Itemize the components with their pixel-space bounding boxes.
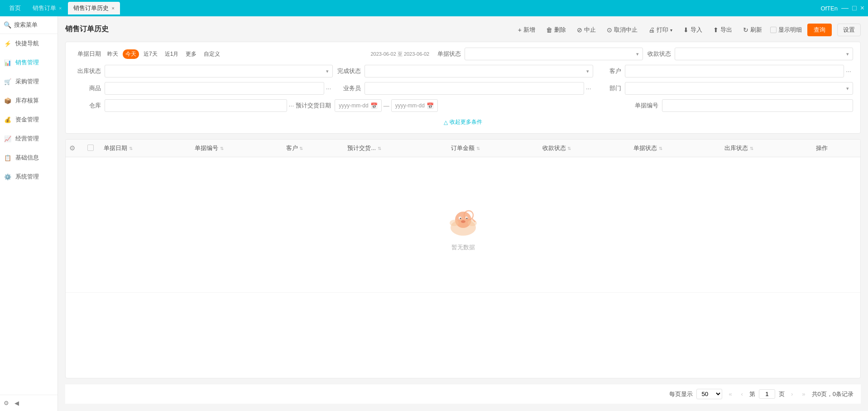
tab-sales-order-history[interactable]: 销售订单历史 × <box>68 2 120 15</box>
filter-row-2: 出库状态 ▾ 完成状态 ▾ 客户 ··· <box>73 65 853 77</box>
delivery-date-label: 预计交货日期 <box>296 102 335 110</box>
date-custom[interactable]: 自定义 <box>201 49 223 59</box>
th-receipt-sort[interactable]: ⇅ <box>567 146 571 151</box>
sidebar-item-basic-info[interactable]: 📋 基础信息 <box>0 148 58 167</box>
customer-input[interactable] <box>625 65 844 77</box>
page-input[interactable] <box>759 389 775 399</box>
th-outbound-sort[interactable]: ⇅ <box>750 146 753 151</box>
sidebar-item-quick-nav[interactable]: ⚡ 快捷导航 <box>0 34 58 53</box>
order-no-input[interactable] <box>662 99 853 112</box>
date-1month[interactable]: 近1月 <box>162 49 182 59</box>
total-info: 共0页，0条记录 <box>812 390 854 398</box>
print-button[interactable]: 🖨 打印 ▾ <box>646 24 675 36</box>
sidebar: 🔍 搜索菜单 ⚡ 快捷导航 📊 销售管理 🛒 采购管理 📦 库存核算 💰 资金管… <box>0 16 58 411</box>
goods-input[interactable] <box>105 82 324 95</box>
doc-status-select[interactable]: ▾ <box>465 48 643 60</box>
warehouse-dots[interactable]: ··· <box>287 102 296 109</box>
date-today[interactable]: 今天 <box>123 49 139 59</box>
filter-order-no: 单据编号 <box>630 99 853 112</box>
date-7days[interactable]: 近7天 <box>141 49 160 59</box>
delivery-date-from-value: yyyy-mm-dd <box>339 102 368 109</box>
delivery-date-to[interactable]: yyyy-mm-dd 📅 <box>391 99 438 112</box>
display-toggle-checkbox[interactable] <box>770 27 777 33</box>
print-dropdown-icon: ▾ <box>670 28 672 33</box>
refresh-button[interactable]: ↻ 刷新 <box>740 24 765 36</box>
svg-point-8 <box>468 220 477 226</box>
next-page-btn[interactable]: › <box>788 390 796 398</box>
import-button[interactable]: ⬇ 导入 <box>681 24 705 36</box>
sidebar-settings-btn[interactable]: ⚙ <box>4 400 9 406</box>
table-settings-icon[interactable]: ⚙ <box>69 144 75 152</box>
th-doc-sort[interactable]: ⇅ <box>659 146 662 151</box>
filter-outbound: 出库状态 ▾ <box>73 65 333 77</box>
complete-select[interactable]: ▾ <box>364 65 593 77</box>
settings-button[interactable]: 设置 <box>837 24 861 36</box>
display-toggle[interactable]: 显示明细 <box>770 26 802 34</box>
th-delivery-sort[interactable]: ⇅ <box>378 146 381 151</box>
department-arrow: ▾ <box>846 86 849 92</box>
department-select[interactable]: ▾ <box>625 82 853 95</box>
filter-complete: 完成状态 ▾ <box>333 65 593 77</box>
prev-page-btn[interactable]: ‹ <box>739 390 746 398</box>
th-operation: 操作 <box>812 140 860 157</box>
tab-sales-order[interactable]: 销售订单 × <box>27 2 67 15</box>
th-customer-sort[interactable]: ⇅ <box>299 146 303 151</box>
receipt-status-select[interactable]: ▾ <box>675 48 853 60</box>
th-order-no-sort[interactable]: ⇅ <box>220 146 224 151</box>
doc-status-arrow: ▾ <box>636 51 639 57</box>
sidebar-collapse-btn[interactable]: ◀ <box>14 400 19 406</box>
cancel-stop-icon: ⊙ <box>607 26 612 34</box>
delivery-date-from[interactable]: yyyy-mm-dd 📅 <box>335 99 381 112</box>
salesperson-input[interactable] <box>364 82 584 95</box>
maximize-btn[interactable]: □ <box>852 4 857 12</box>
sidebar-item-finance[interactable]: 💰 资金管理 <box>0 110 58 129</box>
delete-button[interactable]: 🗑 删除 <box>543 24 569 36</box>
empty-state: 暂无数据 <box>69 162 857 288</box>
add-button[interactable]: + 新增 <box>515 24 538 36</box>
select-all-checkbox[interactable] <box>87 145 94 151</box>
sidebar-item-sales-mgmt[interactable]: 📊 销售管理 <box>0 53 58 72</box>
filter-panel: 单据日期 昨天 今天 近7天 近1月 更多 自定义 2023-06-02 至 2… <box>65 42 861 134</box>
tab-sales-order-history-close[interactable]: × <box>111 5 114 11</box>
salesperson-dots[interactable]: ··· <box>584 85 593 92</box>
often-text: OfTEn <box>820 5 838 12</box>
tab-home-label: 首页 <box>9 4 21 12</box>
operations-icon: 📈 <box>4 135 12 143</box>
stop-button[interactable]: ⊘ 中止 <box>574 24 599 36</box>
close-window-btn[interactable]: × <box>860 4 864 12</box>
date-yesterday[interactable]: 昨天 <box>105 49 121 59</box>
goods-dots[interactable]: ··· <box>324 85 333 92</box>
tab-home[interactable]: 首页 <box>4 2 26 15</box>
th-amount-label: 订单金额 <box>451 145 475 151</box>
sidebar-item-inventory[interactable]: 📦 库存核算 <box>0 91 58 110</box>
cancel-stop-button[interactable]: ⊙ 取消中止 <box>604 24 640 36</box>
delete-label: 删除 <box>554 26 566 34</box>
warehouse-input[interactable] <box>105 99 287 112</box>
th-date-sort[interactable]: ⇅ <box>129 146 133 151</box>
filter-warehouse: 仓库 ··· <box>73 99 296 112</box>
sidebar-item-sys-mgmt[interactable]: ⚙️ 系统管理 <box>0 167 58 186</box>
date-more[interactable]: 更多 <box>183 49 199 59</box>
search-button[interactable]: 查询 <box>807 24 832 36</box>
tab-sales-order-close[interactable]: × <box>59 5 62 11</box>
last-page-btn[interactable]: » <box>799 390 808 398</box>
sidebar-item-operations[interactable]: 📈 经营管理 <box>0 129 58 148</box>
sidebar-search[interactable]: 🔍 搜索菜单 <box>0 16 58 34</box>
filter-salesperson: 业务员 ··· <box>333 82 593 95</box>
minimize-btn[interactable]: — <box>841 4 849 12</box>
empty-illustration <box>441 198 486 243</box>
customer-label: 客户 <box>593 67 625 75</box>
th-amount-sort[interactable]: ⇅ <box>476 146 480 151</box>
sidebar-item-inventory-label: 库存核算 <box>15 97 39 105</box>
sidebar-item-sys-mgmt-label: 系统管理 <box>15 173 39 181</box>
export-label: 导出 <box>720 26 732 34</box>
collapse-button[interactable]: △ 收起更多条件 <box>73 118 853 126</box>
export-button[interactable]: ⬆ 导出 <box>710 24 735 36</box>
sidebar-item-purchase-mgmt[interactable]: 🛒 采购管理 <box>0 72 58 91</box>
outbound-select[interactable]: ▾ <box>105 65 333 77</box>
customer-dots[interactable]: ··· <box>844 68 853 75</box>
filter-doc-status: 单据状态 ▾ <box>433 48 643 60</box>
per-page-select[interactable]: 50 10 20 100 <box>696 389 722 399</box>
first-page-btn[interactable]: « <box>726 390 734 398</box>
pagination: 每页显示 50 10 20 100 « ‹ 第 页 › » 共0页，0条记录 <box>65 384 861 404</box>
